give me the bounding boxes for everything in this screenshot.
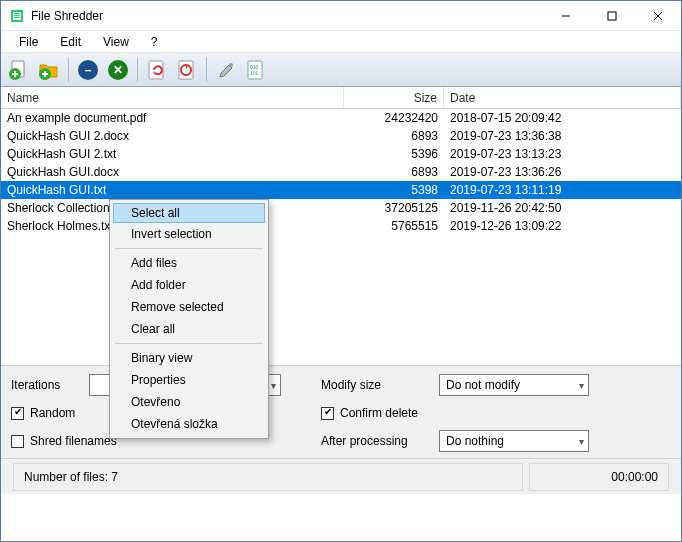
- cell-date: 2019-11-26 20:42:50: [444, 201, 681, 215]
- ctx-add-files[interactable]: Add files: [113, 252, 265, 274]
- ctx-add-folder[interactable]: Add folder: [113, 274, 265, 296]
- modify-size-label: Modify size: [321, 378, 431, 392]
- table-row[interactable]: QuickHash GUI 2.docx68932019-07-23 13:36…: [1, 127, 681, 145]
- cell-name: QuickHash GUI.docx: [1, 165, 344, 179]
- cell-size: 6893: [344, 165, 444, 179]
- cell-size: 5396: [344, 147, 444, 161]
- svg-rect-4: [14, 17, 20, 18]
- file-list[interactable]: An example document.pdf242324202018-07-1…: [1, 109, 681, 365]
- after-processing-combo[interactable]: Do nothing▾: [439, 430, 589, 452]
- refresh-all-button[interactable]: [173, 56, 201, 84]
- cell-date: 2019-12-26 13:09:22: [444, 219, 681, 233]
- menu-separator: [115, 343, 263, 344]
- checkbox-icon: [321, 407, 334, 420]
- cell-date: 2019-07-23 13:11:19: [444, 183, 681, 197]
- cell-date: 2019-07-23 13:13:23: [444, 147, 681, 161]
- confirm-delete-checkbox[interactable]: Confirm delete: [321, 406, 418, 420]
- cell-size: 6893: [344, 129, 444, 143]
- add-folder-button[interactable]: [35, 56, 63, 84]
- menu-separator: [115, 248, 263, 249]
- refresh-button[interactable]: [143, 56, 171, 84]
- cell-name: QuickHash GUI.txt: [1, 183, 344, 197]
- ctx-select-all[interactable]: Select all: [113, 203, 265, 223]
- ctx-clear-all[interactable]: Clear all: [113, 318, 265, 340]
- elapsed-time: 00:00:00: [529, 463, 669, 491]
- settings-button[interactable]: [212, 56, 240, 84]
- cell-date: 2019-07-23 13:36:26: [444, 165, 681, 179]
- ctx-invert-selection[interactable]: Invert selection: [113, 223, 265, 245]
- col-date[interactable]: Date: [444, 87, 681, 108]
- ctx-properties[interactable]: Properties: [113, 369, 265, 391]
- menu-help[interactable]: ?: [141, 33, 168, 51]
- svg-point-19: [229, 63, 233, 67]
- table-row[interactable]: QuickHash GUI.txt53982019-07-23 13:11:19: [1, 181, 681, 199]
- ctx-remove-selected[interactable]: Remove selected: [113, 296, 265, 318]
- chevron-down-icon: ▾: [271, 380, 276, 391]
- menu-edit[interactable]: Edit: [50, 33, 91, 51]
- clear-button[interactable]: ✕: [104, 56, 132, 84]
- ctx-otevreno[interactable]: Otevřeno: [113, 391, 265, 413]
- remove-button[interactable]: –: [74, 56, 102, 84]
- modify-size-combo[interactable]: Do not modify▾: [439, 374, 589, 396]
- table-row[interactable]: Sherlock Holmes.txt57655152019-12-26 13:…: [1, 217, 681, 235]
- context-menu: Select all Invert selection Add files Ad…: [109, 199, 269, 439]
- chevron-down-icon: ▾: [579, 436, 584, 447]
- app-window: File Shredder File Edit View ? – ✕ 01010…: [0, 0, 682, 542]
- close-button[interactable]: [635, 1, 681, 31]
- menubar: File Edit View ?: [1, 31, 681, 53]
- toolbar: – ✕ 010101: [1, 53, 681, 87]
- checkbox-icon: [11, 407, 24, 420]
- cell-name: An example document.pdf: [1, 111, 344, 125]
- cell-name: QuickHash GUI 2.docx: [1, 129, 344, 143]
- svg-rect-2: [14, 13, 20, 14]
- minimize-button[interactable]: [543, 1, 589, 31]
- table-row[interactable]: QuickHash GUI 2.txt53962019-07-23 13:13:…: [1, 145, 681, 163]
- cell-size: 37205125: [344, 201, 444, 215]
- chevron-down-icon: ▾: [579, 380, 584, 391]
- status-bar: Number of files: 7 00:00:00: [1, 458, 681, 494]
- window-title: File Shredder: [31, 9, 103, 23]
- app-icon: [9, 8, 25, 24]
- cell-size: 24232420: [344, 111, 444, 125]
- menu-view[interactable]: View: [93, 33, 139, 51]
- titlebar: File Shredder: [1, 1, 681, 31]
- binary-button[interactable]: 010101: [242, 56, 270, 84]
- cell-date: 2018-07-15 20:09:42: [444, 111, 681, 125]
- table-row[interactable]: An example document.pdf242324202018-07-1…: [1, 109, 681, 127]
- maximize-button[interactable]: [589, 1, 635, 31]
- cell-date: 2019-07-23 13:36:38: [444, 129, 681, 143]
- svg-rect-16: [149, 61, 163, 79]
- iterations-label: Iterations: [11, 378, 81, 392]
- cell-name: QuickHash GUI 2.txt: [1, 147, 344, 161]
- ctx-binary-view[interactable]: Binary view: [113, 347, 265, 369]
- svg-text:101: 101: [250, 70, 259, 76]
- ctx-otevrena-slozka[interactable]: Otevřená složka: [113, 413, 265, 435]
- svg-rect-3: [14, 15, 20, 16]
- checkbox-icon: [11, 435, 24, 448]
- svg-rect-6: [608, 12, 616, 20]
- options-panel: Iterations ▾ Modify size Do not modify▾ …: [1, 365, 681, 458]
- add-file-button[interactable]: [5, 56, 33, 84]
- menu-file[interactable]: File: [9, 33, 48, 51]
- shred-filenames-checkbox[interactable]: Shred filenames: [11, 434, 117, 448]
- after-processing-label: After processing: [321, 434, 431, 448]
- cell-size: 5765515: [344, 219, 444, 233]
- table-row[interactable]: Sherlock Collection.txt372051252019-11-2…: [1, 199, 681, 217]
- table-row[interactable]: QuickHash GUI.docx68932019-07-23 13:36:2…: [1, 163, 681, 181]
- col-size[interactable]: Size: [344, 87, 444, 108]
- random-checkbox[interactable]: Random: [11, 406, 75, 420]
- file-count-label: Number of files: 7: [13, 463, 523, 491]
- cell-size: 5398: [344, 183, 444, 197]
- col-name[interactable]: Name: [1, 87, 344, 108]
- list-header: Name Size Date: [1, 87, 681, 109]
